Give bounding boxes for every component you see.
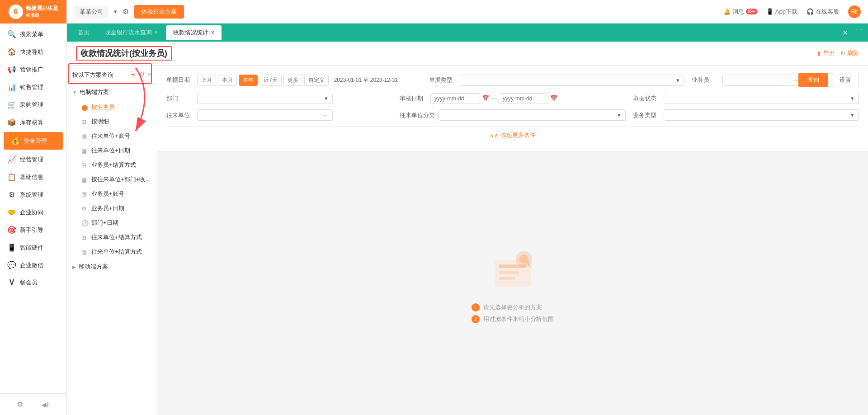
panel-settings-icon[interactable]: ⚙	[139, 70, 145, 80]
tree-mobile: ▶ 移动端方案	[67, 259, 157, 274]
sidebar-item-marketing[interactable]: 📢 营销推广	[0, 61, 66, 78]
date-this-month[interactable]: 本月	[218, 75, 237, 86]
audit-date-to-input[interactable]	[499, 93, 548, 104]
sidebar-item-wechat[interactable]: 💬 企业微信	[0, 256, 66, 274]
panel-add-icon[interactable]: ＋	[129, 70, 137, 80]
header-right: 🔔 消息 99+ 📱 App下载 🎧 在线客服 Rit	[723, 5, 861, 18]
empty-area: 1 请先选择要分析的方案 2 用过滤条件来缩小分析范围	[157, 151, 868, 415]
date-last-7[interactable]: 近7天	[259, 75, 282, 86]
sidebar-item-member[interactable]: V 畅会员	[0, 274, 66, 291]
footer-collapse-icon[interactable]: ◀II	[42, 401, 50, 408]
salesperson-filter-item: 业务员 ···	[692, 75, 791, 86]
tree-leaf-partner-account[interactable]: ▦ 往来单位+账号	[71, 129, 157, 143]
sidebar: 6 畅捷通好生意 标准版 🔍 搜索菜单 🏠 快捷导航 📢 营销推广 📊 销售管理…	[0, 0, 67, 415]
tree-desktop-children: ⬤ 按业务员 ⊞ 按明细 ▦ 往来单位+账号 ▦	[67, 100, 157, 259]
download-item[interactable]: 📱 App下载	[766, 8, 797, 16]
tab-bank-close[interactable]: ×	[155, 29, 158, 36]
sidebar-item-basic[interactable]: 📋 基础信息	[0, 168, 66, 186]
service-item[interactable]: 🎧 在线客服	[807, 8, 839, 16]
service-label: 在线客服	[816, 8, 839, 16]
top-header: 某某公司 ▾ ⚙ 体验行业方案 🔔 消息 99+ 📱 App下载 🎧 在线客服 …	[67, 0, 868, 24]
tab-collection[interactable]: 收款情况统计 ×	[166, 25, 222, 40]
tab-collection-label: 收款情况统计	[173, 28, 208, 37]
partner-select[interactable]: ···	[197, 109, 333, 121]
salesperson-date-icon: ⚙	[81, 205, 89, 212]
footer-settings-icon[interactable]: ⚙	[17, 400, 23, 409]
biz-type-select[interactable]: ▾	[664, 109, 859, 121]
tree-desktop-header[interactable]: ▼ 电脑端方案	[67, 85, 157, 100]
partner-date-icon: ▦	[81, 147, 89, 154]
partner-more-icon: ···	[323, 112, 328, 118]
sidebar-item-inventory[interactable]: 📦 库存核算	[0, 113, 66, 131]
tree-leaf-dept-date[interactable]: 🕐 部门+日期	[71, 216, 157, 230]
dept-select[interactable]: ▾	[197, 93, 333, 104]
sidebar-label-wechat: 企业微信	[20, 261, 43, 269]
tree-leaf-salesperson-account[interactable]: ▦ 业务员+账号	[71, 187, 157, 201]
sidebar-item-system[interactable]: ⚙ 系统管理	[0, 186, 66, 203]
company-name: 某某公司	[74, 6, 108, 18]
date-custom[interactable]: 自定义	[304, 75, 329, 86]
tree-leaf-salesperson-date[interactable]: ⚙ 业务员+日期	[71, 201, 157, 216]
tab-home[interactable]: 首页	[71, 25, 97, 40]
user-avatar[interactable]: Rit	[848, 5, 861, 18]
audit-date-from-input[interactable]	[430, 93, 480, 104]
sidebar-item-finance[interactable]: 💰 资金管理	[4, 132, 63, 150]
tree-leaf-partner-settlement2[interactable]: ▦ 往来单位+结算方式	[71, 245, 157, 259]
filter-actions: 查询 设置	[798, 73, 859, 87]
page-actions: ⬆ 导出 ↻ 刷新	[816, 49, 859, 57]
leaf-partner-settlement2-label: 往来单位+结算方式	[91, 248, 142, 256]
tree-leaf-partner-settlement1[interactable]: ⊞ 往来单位+结算方式	[71, 230, 157, 245]
tree-leaf-partner-dept[interactable]: ▦ 按往来单位+部门+收...	[71, 172, 157, 187]
query-button[interactable]: 查询	[798, 73, 828, 87]
logo-area: 6 畅捷通好生意 标准版	[0, 0, 66, 24]
tree-leaf-partner-date[interactable]: ▦ 往来单位+日期	[71, 143, 157, 158]
leaf-salesperson-account-label: 业务员+账号	[91, 190, 124, 198]
sidebar-item-sales[interactable]: 📊 销售管理	[0, 78, 66, 96]
collapse-bar[interactable]: ∧∧ 收起更多条件	[166, 126, 859, 144]
date-btn-group: 上月 本月 本年 近7天 更多 自定义	[197, 75, 329, 86]
tab-close-all-icon[interactable]: ✕	[840, 27, 850, 39]
sidebar-item-hardware[interactable]: 📱 智能硬件	[0, 239, 66, 256]
tab-bank[interactable]: 现金银行流水查询 ×	[98, 25, 165, 40]
dropdown-icon[interactable]: ▾	[114, 8, 117, 15]
salesperson-select[interactable]: ···	[722, 75, 804, 86]
date-filter-label: 单据日期	[166, 76, 193, 84]
tree-leaf-salesperson-settlement[interactable]: ⊞ 业务员+结算方式	[71, 158, 157, 172]
notification-badge: 99+	[746, 9, 757, 14]
salesperson-icon: ⬤	[81, 104, 89, 111]
sidebar-item-operations[interactable]: 📈 经营管理	[0, 151, 66, 168]
date-more[interactable]: 更多	[283, 75, 302, 86]
calendar-from-icon[interactable]: 📅	[482, 95, 489, 102]
sidebar-item-corp[interactable]: 🤝 企业协同	[0, 203, 66, 221]
tree-leaf-detail[interactable]: ⊞ 按明细	[71, 114, 157, 129]
doc-type-select[interactable]: ▾	[460, 75, 684, 86]
sidebar-item-guide[interactable]: 🎯 新手引导	[0, 221, 66, 239]
date-this-year[interactable]: 本年	[239, 75, 258, 86]
doc-type-chevron: ▾	[676, 77, 679, 84]
partner-category-select[interactable]: ▾	[439, 109, 626, 121]
settings-button[interactable]: 设置	[832, 73, 859, 87]
refresh-button[interactable]: ↻ 刷新	[840, 49, 859, 57]
filter-row-3: 往来单位 ··· 往来单位分类 ▾	[166, 109, 859, 121]
sidebar-label-marketing: 营销推广	[20, 66, 43, 74]
panel-collapse-icon[interactable]: «	[148, 70, 151, 80]
export-button[interactable]: ⬆ 导出	[816, 49, 835, 57]
header-gear-icon[interactable]: ⚙	[123, 7, 129, 16]
doc-type-filter-item: 单据类型 ▾	[429, 75, 684, 86]
leaf-dept-date-label: 部门+日期	[91, 219, 118, 227]
biz-type-filter-item: 业务类型 ▾	[633, 109, 859, 121]
date-last-month[interactable]: 上月	[197, 75, 216, 86]
doc-status-select[interactable]: ▾	[664, 93, 859, 104]
tab-collection-close[interactable]: ×	[211, 29, 214, 36]
sidebar-item-search[interactable]: 🔍 搜索菜单	[0, 25, 66, 43]
notification-item[interactable]: 🔔 消息 99+	[723, 8, 757, 16]
sidebar-item-purchase[interactable]: 🛒 采购管理	[0, 96, 66, 113]
biz-type-chevron: ▾	[851, 112, 854, 118]
trial-button[interactable]: 体验行业方案	[134, 5, 184, 19]
calendar-to-icon[interactable]: 📅	[550, 95, 557, 102]
tab-fullscreen-icon[interactable]: ⛶	[854, 27, 864, 39]
sidebar-item-quicknav[interactable]: 🏠 快捷导航	[0, 43, 66, 61]
tree-leaf-salesperson[interactable]: ⬤ 按业务员	[71, 100, 157, 114]
tree-mobile-header[interactable]: ▶ 移动端方案	[67, 259, 157, 274]
sidebar-label-hardware: 智能硬件	[20, 244, 43, 252]
